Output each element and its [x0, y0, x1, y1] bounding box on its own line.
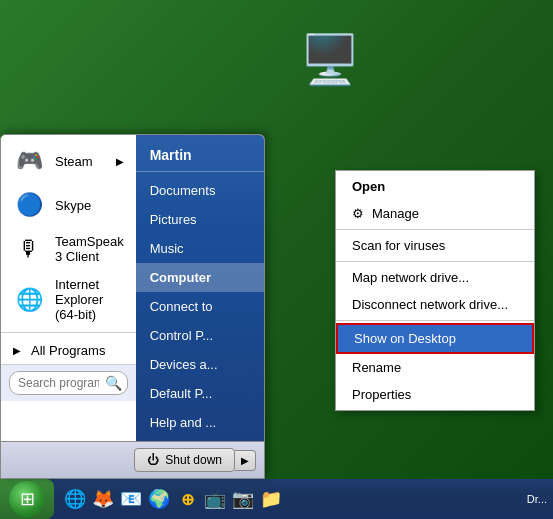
- steam-label: Steam: [55, 154, 93, 169]
- skype-label: Skype: [55, 198, 91, 213]
- context-disconnect[interactable]: Disconnect network drive...: [336, 291, 534, 318]
- taskbar-items: 🌐 🦊 📧 🌍 ⊕ 📺 📷 📁: [58, 479, 521, 519]
- ie-label: Internet Explorer (64-bit): [55, 277, 124, 322]
- steam-icon: 🎮: [13, 145, 45, 177]
- right-item-music[interactable]: Music: [136, 234, 264, 263]
- arrow-right-icon: ▶: [13, 345, 21, 356]
- all-programs-item[interactable]: ▶ All Programs: [1, 337, 136, 364]
- desktop-computer-icon[interactable]: 🖥️: [300, 30, 360, 90]
- shutdown-label: Shut down: [165, 453, 222, 467]
- skype-icon: 🔵: [13, 189, 45, 221]
- map-network-label: Map network drive...: [352, 270, 469, 285]
- taskbar-firefox[interactable]: 🦊: [90, 486, 116, 512]
- taskbar-ie[interactable]: 🌐: [62, 486, 88, 512]
- context-rename[interactable]: Rename: [336, 354, 534, 381]
- context-menu: Open ⚙ Manage Scan for viruses Map netwo…: [335, 170, 535, 411]
- scan-label: Scan for viruses: [352, 238, 445, 253]
- context-divider-3: [336, 320, 534, 321]
- taskbar-thunderbird[interactable]: 📧: [118, 486, 144, 512]
- context-open[interactable]: Open: [336, 173, 534, 200]
- menu-divider: [1, 332, 136, 333]
- right-item-computer[interactable]: Computer: [136, 263, 264, 292]
- context-divider-2: [336, 261, 534, 262]
- teamspeak-label: TeamSpeak 3 Client: [55, 234, 124, 264]
- search-wrapper: 🔍: [9, 371, 128, 395]
- right-item-pictures[interactable]: Pictures: [136, 205, 264, 234]
- start-menu-right: Martin Documents Pictures Music Computer…: [136, 135, 264, 441]
- right-item-help[interactable]: Help and ...: [136, 408, 264, 437]
- username-label: Martin: [136, 139, 264, 172]
- start-menu-item-teamspeak[interactable]: 🎙 TeamSpeak 3 Client: [1, 227, 136, 271]
- all-programs-label: All Programs: [31, 343, 105, 358]
- properties-label: Properties: [352, 387, 411, 402]
- search-icon: 🔍: [105, 375, 122, 391]
- context-properties[interactable]: Properties: [336, 381, 534, 408]
- taskbar-earth[interactable]: 🌍: [146, 486, 172, 512]
- taskbar-time: Dr...: [527, 493, 547, 505]
- context-divider-1: [336, 229, 534, 230]
- manage-label: Manage: [372, 206, 419, 221]
- start-orb: ⊞: [9, 481, 45, 517]
- right-item-documents[interactable]: Documents: [136, 176, 264, 205]
- start-menu-item-ie[interactable]: 🌐 Internet Explorer (64-bit): [1, 271, 136, 328]
- ie-icon: 🌐: [13, 284, 45, 316]
- right-item-control[interactable]: Control P...: [136, 321, 264, 350]
- taskbar-camera[interactable]: 📷: [230, 486, 256, 512]
- start-button[interactable]: ⊞: [0, 479, 54, 519]
- taskbar-folder[interactable]: 📁: [258, 486, 284, 512]
- taskbar-right: Dr...: [521, 493, 553, 505]
- context-scan[interactable]: Scan for viruses: [336, 232, 534, 259]
- arrow-icon: ▶: [116, 156, 124, 167]
- start-menu: 🎮 Steam ▶ 🔵 Skype 🎙 TeamSpeak 3 Client 🌐…: [0, 134, 265, 479]
- shutdown-arrow-button[interactable]: ▶: [235, 450, 256, 471]
- show-desktop-label: Show on Desktop: [354, 331, 456, 346]
- teamspeak-icon: 🎙: [13, 233, 45, 265]
- power-icon: ⏻: [147, 453, 159, 467]
- start-menu-left: 🎮 Steam ▶ 🔵 Skype 🎙 TeamSpeak 3 Client 🌐…: [1, 135, 136, 441]
- start-menu-item-steam[interactable]: 🎮 Steam ▶: [1, 139, 136, 183]
- search-area: 🔍: [1, 364, 136, 401]
- taskbar-chrome[interactable]: ⊕: [174, 486, 200, 512]
- shutdown-bar: ⏻ Shut down ▶: [1, 441, 264, 478]
- desktop: 🖥️ 🎮 Steam ▶ 🔵 Skype 🎙 TeamSpeak 3 Clien…: [0, 0, 553, 519]
- computer-icon: 🖥️: [300, 30, 360, 90]
- disconnect-label: Disconnect network drive...: [352, 297, 508, 312]
- right-item-default[interactable]: Default P...: [136, 379, 264, 408]
- rename-label: Rename: [352, 360, 401, 375]
- context-manage[interactable]: ⚙ Manage: [336, 200, 534, 227]
- taskbar: ⊞ 🌐 🦊 📧 🌍 ⊕ 📺 📷 📁 Dr...: [0, 479, 553, 519]
- manage-icon: ⚙: [352, 206, 364, 221]
- right-item-devices[interactable]: Devices a...: [136, 350, 264, 379]
- start-menu-item-skype[interactable]: 🔵 Skype: [1, 183, 136, 227]
- taskbar-tv[interactable]: 📺: [202, 486, 228, 512]
- context-show-desktop[interactable]: Show on Desktop: [336, 323, 534, 354]
- start-menu-body: 🎮 Steam ▶ 🔵 Skype 🎙 TeamSpeak 3 Client 🌐…: [1, 135, 264, 441]
- right-item-connect[interactable]: Connect to: [136, 292, 264, 321]
- shutdown-button[interactable]: ⏻ Shut down: [134, 448, 235, 472]
- context-map-network[interactable]: Map network drive...: [336, 264, 534, 291]
- open-label: Open: [352, 179, 385, 194]
